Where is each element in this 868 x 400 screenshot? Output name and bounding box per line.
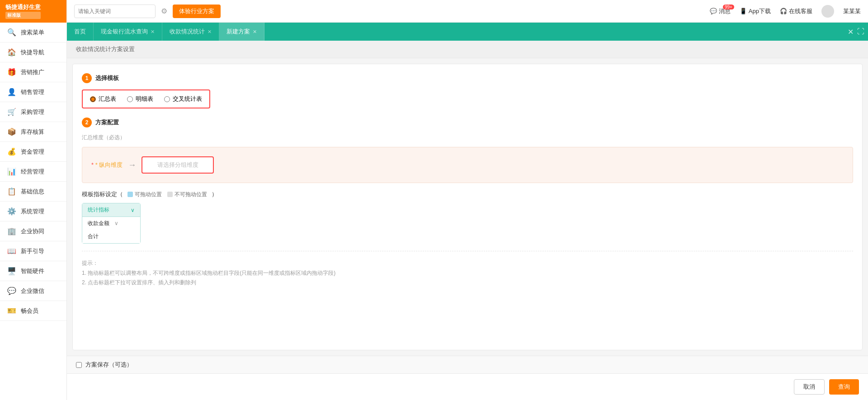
purchase-icon: 🛒 [7, 108, 16, 116]
tab-cash-bank-close[interactable]: ✕ [151, 29, 155, 35]
sidebar: 畅捷通好生意 标准版 🔍 搜索菜单 🏠 快捷导航 🎁 营销推广 👤 销售管理 🛒… [0, 0, 67, 400]
step2-title: 方案配置 [95, 118, 119, 127]
sidebar-item-sales[interactable]: 👤 销售管理 [0, 82, 66, 102]
tab-cash-bank-label: 现金银行流水查询 [101, 28, 148, 36]
topbar-left: ⚙ 体验行业方案 [74, 5, 221, 18]
page-title: 收款情况统计方案设置 [67, 41, 868, 58]
app-icon: 📱 [740, 8, 747, 14]
sidebar-item-marketing[interactable]: 🎁 营销推广 [0, 62, 66, 82]
sidebar-item-label: 营销推广 [21, 68, 44, 76]
tab-home[interactable]: 首页 [67, 23, 94, 41]
row-dropdown-icon[interactable]: ∨ [114, 220, 118, 226]
sidebar-item-label: 销售管理 [21, 88, 44, 96]
metrics-table-header[interactable]: 统计指标 ∨ [82, 203, 140, 217]
step1-title: 选择模板 [95, 74, 119, 82]
search-input[interactable] [74, 5, 156, 18]
member-icon: 🎫 [7, 306, 16, 315]
cancel-button[interactable]: 取消 [794, 379, 825, 395]
notification-badge: 99+ [723, 5, 734, 9]
metrics-header-label: 统计指标 [88, 206, 109, 214]
industry-btn[interactable]: 体验行业方案 [173, 5, 221, 18]
operation-icon: 📊 [7, 167, 16, 176]
app-download-item[interactable]: 📱 App下载 [740, 7, 771, 15]
radio-cross[interactable]: 交叉统计表 [164, 95, 202, 103]
draggable-legend: 可拖动位置 [127, 191, 162, 198]
quick-nav-icon: 🏠 [7, 48, 16, 56]
tab-receipt-stat-close[interactable]: ✕ [208, 29, 212, 35]
sidebar-item-label: 经营管理 [21, 168, 44, 176]
sidebar-item-member[interactable]: 🎫 畅会员 [0, 301, 66, 321]
sidebar-item-system[interactable]: ⚙️ 系统管理 [0, 202, 66, 221]
tab-receipt-stat[interactable]: 收款情况统计 ✕ [162, 23, 219, 41]
sidebar-item-basic-info[interactable]: 📋 基础信息 [0, 182, 66, 202]
sidebar-item-inventory[interactable]: 📦 库存核算 [0, 122, 66, 142]
basic-info-icon: 📋 [7, 187, 16, 196]
metrics-title-label: 模板指标设定（ [82, 190, 123, 198]
tab-new-plan[interactable]: 新建方案 ✕ [219, 23, 264, 41]
sidebar-item-finance[interactable]: 💰 资金管理 [0, 142, 66, 162]
fixed-legend: 不可拖动位置 [167, 191, 207, 198]
sidebar-item-label: 快捷导航 [21, 48, 44, 56]
sidebar-item-label: 新手引导 [21, 247, 44, 255]
draggable-dot [127, 192, 133, 197]
tab-close-all-icon[interactable]: ✕ [848, 28, 854, 36]
dimension-select[interactable]: 请选择分组维度 [142, 156, 214, 174]
content-area: 收款情况统计方案设置 1 选择模板 汇总表 明细表 [67, 41, 868, 400]
step2-section: 2 方案配置 汇总维度（必选） * * 纵向维度 → 请选择分组维度 [82, 118, 853, 288]
sidebar-item-smart-hardware[interactable]: 🖥️ 智能硬件 [0, 261, 66, 281]
sidebar-item-purchase[interactable]: 🛒 采购管理 [0, 102, 66, 122]
version-badge: 标准版 [5, 12, 41, 19]
metrics-dropdown-icon[interactable]: ∨ [131, 207, 135, 213]
sidebar-logo: 畅捷通好生意 标准版 [0, 0, 66, 23]
radio-detail-label: 明细表 [136, 95, 153, 103]
online-service-label: 在线客服 [789, 7, 812, 15]
sidebar-item-new-guide[interactable]: 📖 新手引导 [0, 241, 66, 261]
sidebar-item-label: 库存核算 [21, 128, 44, 136]
marketing-icon: 🎁 [7, 68, 16, 76]
gear-icon[interactable]: ⚙ [161, 7, 167, 15]
notification-item[interactable]: 💬 消息 99+ [710, 7, 731, 15]
topbar: ⚙ 体验行业方案 💬 消息 99+ 📱 App下载 🎧 在线客服 某某某 [67, 0, 868, 23]
metrics-header: 模板指标设定（ 可拖动位置 不可拖动位置 ） [82, 190, 853, 198]
fixed-label: 不可拖动位置 [175, 191, 207, 198]
dimension-placeholder: 请选择分组维度 [157, 161, 198, 168]
tab-new-plan-label: 新建方案 [226, 28, 250, 36]
template-selection-box: 汇总表 明细表 交叉统计表 [82, 89, 210, 108]
app-download-label: App下载 [749, 7, 771, 15]
new-guide-icon: 📖 [7, 247, 16, 255]
radio-cross-input[interactable] [164, 96, 170, 102]
radio-summary[interactable]: 汇总表 [90, 95, 116, 103]
sidebar-item-label: 搜索菜单 [21, 28, 44, 37]
corp-collab-icon: 🏢 [7, 227, 16, 235]
sidebar-item-label: 采购管理 [21, 108, 44, 116]
tip-item-2: 2. 点击标题栏下拉可设置排序、插入列和删除列 [82, 278, 853, 288]
metrics-legend: 可拖动位置 不可拖动位置 [127, 191, 207, 198]
metrics-title-suffix: ） [212, 190, 217, 198]
user-avatar[interactable] [821, 5, 834, 18]
smart-hardware-icon: 🖥️ [7, 267, 16, 275]
query-button[interactable]: 查询 [829, 379, 859, 395]
draggable-label: 可拖动位置 [135, 191, 162, 198]
brand-name: 畅捷通好生意 [5, 4, 41, 11]
radio-summary-input[interactable] [90, 96, 96, 102]
step1-badge: 1 [82, 73, 92, 83]
tab-maximize-icon[interactable]: ⛶ [857, 28, 864, 36]
sidebar-item-operation[interactable]: 📊 经营管理 [0, 162, 66, 182]
metrics-table: 统计指标 ∨ 收款金额 ∨ 合计 [82, 203, 141, 244]
user-name: 某某某 [843, 7, 861, 15]
sidebar-item-corp-wechat[interactable]: 💬 企业微信 [0, 281, 66, 301]
form-area: 1 选择模板 汇总表 明细表 交叉统计表 [72, 64, 863, 350]
tab-new-plan-close[interactable]: ✕ [253, 29, 257, 35]
tab-cash-bank[interactable]: 现金银行流水查询 ✕ [94, 23, 162, 41]
radio-detail[interactable]: 明细表 [127, 95, 153, 103]
radio-detail-input[interactable] [127, 96, 133, 102]
sidebar-item-corp-collab[interactable]: 🏢 企业协同 [0, 221, 66, 241]
save-checkbox[interactable] [76, 362, 82, 368]
sidebar-item-label: 资金管理 [21, 148, 44, 156]
inventory-icon: 📦 [7, 127, 16, 136]
vertical-dim-label: * * 纵向维度 [91, 161, 123, 169]
sidebar-item-quick-nav[interactable]: 🏠 快捷导航 [0, 42, 66, 62]
sidebar-item-label: 系统管理 [21, 207, 44, 216]
sidebar-item-search-menu[interactable]: 🔍 搜索菜单 [0, 23, 66, 42]
online-service-item[interactable]: 🎧 在线客服 [780, 7, 812, 15]
